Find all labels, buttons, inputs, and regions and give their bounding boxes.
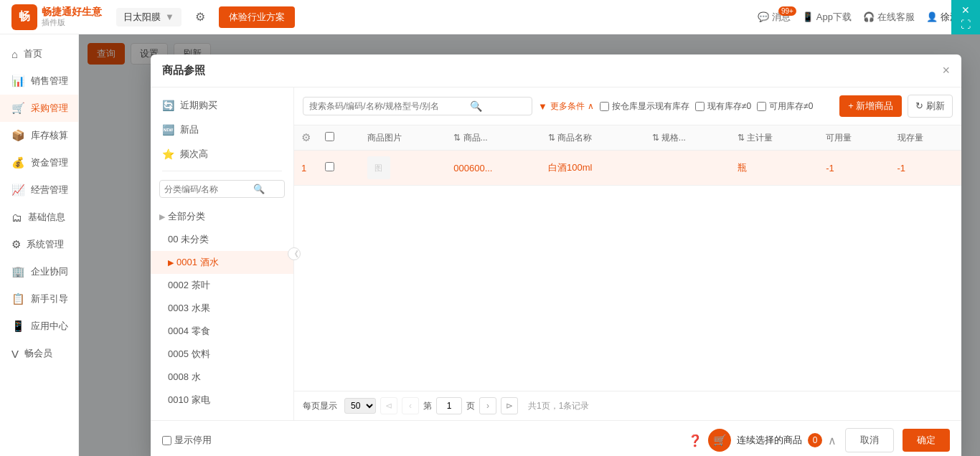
first-page-btn[interactable]: ⊲: [380, 397, 397, 414]
sidebar-item-enterprise[interactable]: 🏢 企业协同: [0, 258, 78, 285]
operations-icon: 📈: [11, 184, 25, 196]
product-search-input[interactable]: [309, 101, 467, 111]
sort-icon-spec: ⇅: [652, 133, 659, 143]
cell-unit: 瓶: [730, 151, 819, 186]
table-settings-icon[interactable]: ⚙: [301, 131, 311, 144]
checkbox-stock-input[interactable]: [600, 102, 609, 111]
sort-icon-name: ⇅: [548, 133, 555, 143]
confirm-button[interactable]: 确定: [903, 429, 950, 452]
sidebar-item-guide[interactable]: 📋 新手引导: [0, 285, 78, 313]
cell-image: 图: [360, 151, 447, 186]
cart-icon-button[interactable]: 🛒: [708, 429, 731, 452]
modal-footer: 显示停用 ❓ 🛒 连续选择的商品 0 ∧ 取消 确定: [151, 420, 961, 456]
left-panel-collapse-btn[interactable]: 《: [288, 247, 301, 260]
show-disabled-checkbox[interactable]: [162, 436, 171, 445]
tree-item-0008[interactable]: 0008 水: [151, 366, 293, 389]
teal-close-btn[interactable]: ✕: [961, 4, 970, 16]
teal-bar: ✕ ⛶: [951, 0, 980, 34]
tree-item-0010[interactable]: 0010 家电: [151, 389, 293, 412]
cell-stock: -1: [890, 151, 961, 186]
th-checkbox: [318, 125, 360, 151]
show-disabled-label[interactable]: 显示停用: [162, 434, 212, 447]
basic-icon: 🗂: [11, 212, 22, 224]
tree-item-0004[interactable]: 0004 零食: [151, 320, 293, 343]
stock-icon: 📦: [11, 129, 25, 142]
checkbox-available[interactable]: 现有库存≠0: [695, 100, 751, 113]
per-page-select[interactable]: 50: [344, 398, 376, 414]
sidebar-item-sales[interactable]: 📊 销售管理: [0, 67, 78, 95]
sidebar-item-system[interactable]: ⚙ 系统管理: [0, 231, 78, 258]
store-selector[interactable]: 日太阳膜 ▼: [116, 8, 182, 27]
messages-badge: 99+: [778, 6, 796, 16]
checkbox-stock[interactable]: 按仓库显示现有库存: [600, 100, 689, 113]
online-service-item[interactable]: 🎧 在线客服: [863, 11, 915, 24]
pagination-summary: 共1页，1条记录: [528, 400, 589, 412]
checkbox-available-input[interactable]: [695, 102, 705, 111]
layout: ⌂ 首页 📊 销售管理 🛒 采购管理 📦 库存核算 💰 资金管理 📈 经营管理 …: [0, 34, 980, 456]
cancel-button[interactable]: 取消: [845, 428, 894, 452]
select-all-checkbox[interactable]: [325, 132, 334, 141]
next-page-btn[interactable]: ›: [479, 397, 496, 414]
sidebar-item-home[interactable]: ⌂ 首页: [0, 40, 78, 67]
tree-arrow-0001: ▶: [168, 258, 174, 267]
sidebar-item-operations[interactable]: 📈 经营管理: [0, 176, 78, 204]
search-icon[interactable]: 🔍: [470, 100, 482, 112]
help-icon[interactable]: ❓: [688, 434, 702, 447]
tree-item-all[interactable]: ▶ 全部分类: [151, 205, 293, 228]
experience-button[interactable]: 体验行业方案: [219, 6, 295, 28]
home-icon: ⌂: [11, 48, 18, 60]
checkbox-usable-input[interactable]: [757, 102, 766, 111]
th-name[interactable]: ⇅ 商品名称: [541, 125, 645, 151]
left-nav-new[interactable]: 🆕 新品: [151, 118, 293, 142]
th-spec[interactable]: ⇅ 规格...: [645, 125, 731, 151]
sidebar: ⌂ 首页 📊 销售管理 🛒 采购管理 📦 库存核算 💰 资金管理 📈 经营管理 …: [0, 34, 79, 456]
table-row[interactable]: 1 图 000600...: [294, 151, 961, 186]
checkbox-usable[interactable]: 可用库存≠0: [757, 100, 813, 113]
product-reference-modal: 商品参照 × 🔄 近期购买 🆕 新品 ⭐ 频次: [151, 54, 961, 456]
modal-close-button[interactable]: ×: [942, 63, 950, 78]
chevron-down-icon: ▼: [165, 11, 174, 22]
teal-expand-btn[interactable]: ⛶: [961, 19, 971, 30]
sidebar-item-basic[interactable]: 🗂 基础信息: [0, 204, 78, 231]
th-unit[interactable]: ⇅ 主计量: [730, 125, 819, 151]
footer-collapse-btn[interactable]: ∧: [828, 434, 837, 447]
tree-item-00[interactable]: 00 未分类: [151, 228, 293, 251]
page-input[interactable]: [436, 397, 462, 414]
sidebar-item-appcenter[interactable]: 📱 应用中心: [0, 313, 78, 340]
sidebar-item-purchase[interactable]: 🛒 采购管理: [0, 95, 78, 122]
messages-item[interactable]: 💬 消息 99+: [758, 11, 791, 24]
tree-item-0003[interactable]: 0003 水果: [151, 297, 293, 320]
product-thumbnail: 图: [367, 156, 390, 179]
left-panel: 🔄 近期购买 🆕 新品 ⭐ 频次高 🔍: [151, 87, 294, 420]
left-nav-recent[interactable]: 🔄 近期购买: [151, 93, 293, 118]
cell-name: 白酒100ml: [541, 151, 645, 186]
cell-available: -1: [819, 151, 890, 186]
tree-item-0002[interactable]: 0002 茶叶: [151, 274, 293, 297]
tree-item-0001[interactable]: ▶ 0001 酒水: [151, 251, 293, 274]
row-checkbox[interactable]: [325, 162, 334, 171]
app-download-item[interactable]: 📱 App下载: [802, 11, 852, 24]
cell-spec: [645, 151, 731, 186]
product-table: ⚙ 商品图片 ⇅: [294, 125, 961, 186]
classify-search-input[interactable]: [164, 184, 250, 194]
left-nav-frequent[interactable]: ⭐ 频次高: [151, 142, 293, 166]
filter-button[interactable]: ▼ 更多条件 ∧: [538, 100, 594, 113]
gear-button[interactable]: ⚙: [189, 6, 212, 29]
modal-title: 商品参照: [162, 64, 205, 77]
new-icon: 🆕: [162, 124, 174, 136]
sidebar-item-stock[interactable]: 📦 库存核算: [0, 122, 78, 149]
frequent-icon: ⭐: [162, 148, 174, 160]
sort-icon-unit: ⇅: [738, 133, 745, 143]
classify-search-icon[interactable]: 🔍: [253, 184, 265, 194]
sidebar-item-member[interactable]: V 畅会员: [0, 340, 78, 367]
refresh-button[interactable]: ↻ 刷新: [908, 95, 953, 118]
filter-icon: ▼: [538, 101, 547, 112]
add-product-button[interactable]: + 新增商品: [839, 95, 902, 117]
sidebar-item-finance[interactable]: 💰 资金管理: [0, 149, 78, 176]
prev-page-btn[interactable]: ‹: [402, 397, 419, 414]
user-icon: 👤: [926, 11, 938, 22]
last-page-btn[interactable]: ⊳: [501, 397, 518, 414]
cell-code: 000600...: [446, 151, 541, 186]
th-code[interactable]: ⇅ 商品...: [446, 125, 541, 151]
tree-item-0005[interactable]: 0005 饮料: [151, 343, 293, 366]
